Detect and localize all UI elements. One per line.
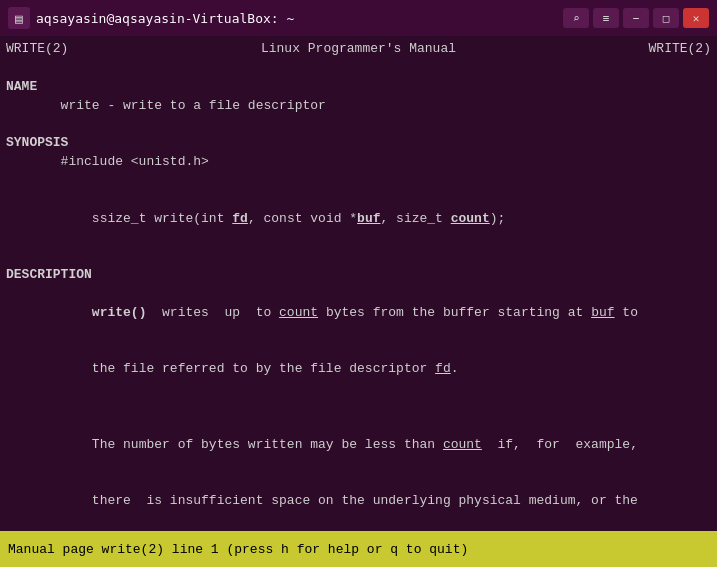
minimize-icon: − (633, 12, 640, 25)
buf-ref-1: buf (591, 305, 614, 320)
menu-button[interactable]: ≡ (593, 8, 619, 28)
blank-line-5 (6, 398, 711, 417)
synopsis-fd: fd (232, 211, 248, 226)
header-right: WRITE(2) (649, 40, 711, 59)
blank-line-2 (6, 115, 711, 134)
blank-line-3 (6, 172, 711, 191)
close-button[interactable]: ✕ (683, 8, 709, 28)
count-ref-2: count (443, 437, 482, 452)
man-page-header: WRITE(2) Linux Programmer's Manual WRITE… (6, 40, 711, 59)
synopsis-mid2: , size_t (381, 211, 451, 226)
count-ref-1: count (279, 305, 318, 320)
description-label: DESCRIPTION (6, 266, 711, 285)
synopsis-prefix: ssize_t write(int (37, 211, 232, 226)
titlebar-left: ▤ aqsayasin@aqsayasin-VirtualBox: ~ (8, 7, 294, 29)
minimize-button[interactable]: − (623, 8, 649, 28)
synopsis-mid1: , const void * (248, 211, 357, 226)
terminal-icon-symbol: ▤ (15, 11, 23, 26)
synopsis-include: #include <unistd.h> (6, 153, 711, 172)
menu-icon: ≡ (603, 12, 610, 25)
statusbar: Manual page write(2) line 1 (press h for… (0, 531, 717, 567)
synopsis-count: count (451, 211, 490, 226)
titlebar-controls: ⌕ ≡ − □ ✕ (563, 8, 709, 28)
titlebar: ▤ aqsayasin@aqsayasin-VirtualBox: ~ ⌕ ≡ … (0, 0, 717, 36)
fd-ref-1: fd (435, 361, 451, 376)
write-func: write() (92, 305, 147, 320)
name-content: write - write to a file descriptor (6, 97, 711, 116)
maximize-button[interactable]: □ (653, 8, 679, 28)
header-left: WRITE(2) (6, 40, 68, 59)
blank-line-4 (6, 247, 711, 266)
maximize-icon: □ (663, 12, 670, 25)
search-button[interactable]: ⌕ (563, 8, 589, 28)
close-icon: ✕ (693, 12, 700, 25)
terminal-icon: ▤ (8, 7, 30, 29)
name-label: NAME (6, 78, 711, 97)
synopsis-label: SYNOPSIS (6, 134, 711, 153)
desc-line-3: The number of bytes written may be less … (6, 417, 711, 474)
desc-line-4: there is insufficient space on the under… (6, 473, 711, 530)
header-center: Linux Programmer's Manual (261, 40, 456, 59)
search-icon: ⌕ (573, 12, 580, 25)
blank-line-1 (6, 59, 711, 78)
terminal-content: WRITE(2) Linux Programmer's Manual WRITE… (0, 36, 717, 531)
desc-line-2: the file referred to by the file descrip… (6, 342, 711, 399)
synopsis-buf: buf (357, 211, 380, 226)
desc-line-1: write() writes up to count bytes from th… (6, 285, 711, 342)
status-text: Manual page write(2) line 1 (press h for… (8, 542, 468, 557)
synopsis-sig: ssize_t write(int fd, const void *buf, s… (6, 191, 711, 248)
titlebar-title: aqsayasin@aqsayasin-VirtualBox: ~ (36, 11, 294, 26)
synopsis-end: ); (490, 211, 506, 226)
